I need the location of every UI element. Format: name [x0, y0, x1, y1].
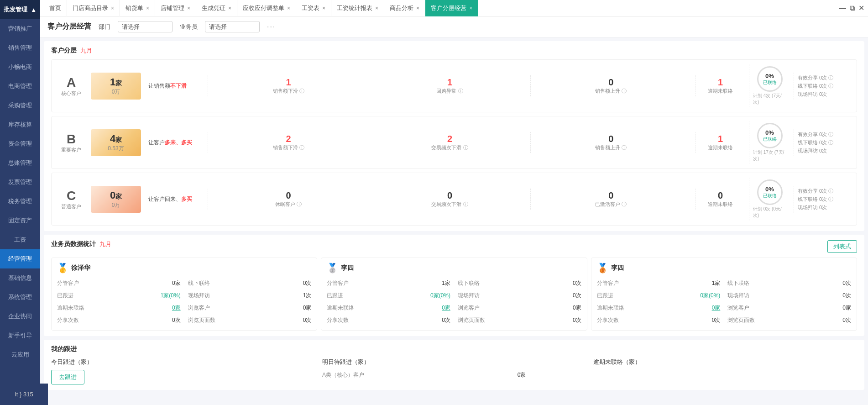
tier-b-label: B 重要客户: [55, 132, 87, 153]
sidebar-item-tax[interactable]: 税务管理: [0, 192, 40, 211]
sidebar-item-cooperation[interactable]: 企业协同: [0, 307, 40, 326]
tab-close-icon[interactable]: ×: [375, 5, 378, 11]
tier-b-contact[interactable]: 1 逾期未联络: [695, 132, 745, 153]
rep-1-stat-0: 分管客户 1家: [327, 278, 450, 289]
sales-rep-section-header: 业务员数据统计 九月 列表式: [51, 240, 857, 253]
sidebar-item-ecommerce[interactable]: 电商管理: [0, 77, 40, 96]
sidebar-item-sales[interactable]: 销售管理: [0, 38, 40, 58]
tab-sales-order[interactable]: 销货单 ×: [120, 0, 155, 16]
tab-product-analysis[interactable]: 商品分析 ×: [384, 0, 425, 16]
tier-b-stat-0[interactable]: 2 销售额下滑 ⓘ: [208, 132, 369, 153]
tab-close-icon[interactable]: ×: [416, 5, 419, 11]
rep-0-name: 徐泽华: [71, 264, 90, 272]
sidebar-item-finance[interactable]: 资金管理: [0, 134, 40, 153]
tier-c-stat-2[interactable]: 0 已激活客户 ⓘ: [530, 189, 691, 210]
tab-store-manage[interactable]: 店铺管理 ×: [155, 0, 196, 16]
tab-store-products[interactable]: 门店商品目录 ×: [67, 0, 120, 16]
tier-row-a: A 核心客户 1家 0万 让销售额不下滑 1 销售额下滑 ⓘ: [51, 59, 857, 112]
sidebar-item-invoice[interactable]: 发票管理: [0, 173, 40, 192]
tab-close-icon[interactable]: ×: [146, 5, 149, 11]
tier-b-circle[interactable]: 0% 已联络 计划 17次 (7天/次): [749, 121, 790, 164]
list-view-button[interactable]: 列表式: [827, 240, 857, 253]
followup-row: 今日跟进（家） 去跟进 明日待跟进（家） A类（核心）客户 0家: [51, 358, 857, 384]
tab-close-icon[interactable]: ×: [111, 5, 114, 11]
goto-followup-button[interactable]: 去跟进: [51, 370, 84, 384]
tier-b-stat-2[interactable]: 0 销售额上升 ⓘ: [530, 132, 691, 153]
sidebar-top[interactable]: 批发管理 ▲: [0, 0, 40, 19]
tab-close-icon[interactable]: ×: [187, 5, 190, 11]
rep-2-stat-2: 逾期未联络 0家: [597, 303, 721, 313]
followup-title: 我的跟进: [51, 345, 857, 353]
followup-tomorrow-table: A类（核心）客户 0家: [322, 370, 586, 380]
tier-a-suggestion: 让销售额不下滑: [145, 82, 204, 90]
sidebar-item-marketing[interactable]: 营销推广: [0, 19, 40, 38]
sidebar-item-cloud[interactable]: 云应用: [0, 345, 40, 364]
tier-a-stats: 1 销售额下滑 ⓘ 1 回购异常 ⓘ 0 销售额上升 ⓘ: [208, 75, 691, 96]
tab-close-active-icon[interactable]: ×: [469, 5, 472, 11]
sidebar-item-system[interactable]: 系统管理: [0, 288, 40, 307]
dept-label: 部门: [99, 23, 110, 31]
tier-a-stat-0[interactable]: 1 销售额下滑 ⓘ: [208, 75, 369, 96]
sales-select[interactable]: 请选择: [205, 21, 260, 32]
tab-voucher[interactable]: 生成凭证 ×: [196, 0, 237, 16]
rep-0-stat-3: 分享次数 0次: [57, 315, 181, 326]
rep-0-stat-right-2: 浏览客户 0家: [188, 303, 312, 313]
tab-payroll-report[interactable]: 工资统计报表 ×: [331, 0, 384, 16]
tier-row-c: C 普通客户 0家 0万 让客户回来、多买 0 休眠客户 ⓘ: [51, 173, 857, 226]
rep-0-stat-2: 逾期未联络 0家: [57, 303, 181, 313]
window-minimize-icon[interactable]: —: [839, 4, 846, 12]
tier-c-circle[interactable]: 0% 已联络 计划 0次 (0天/次): [749, 178, 790, 221]
rep-1-header: 🥈 李四: [327, 263, 581, 274]
rep-2-stats: 分管客户 1家 线下联络 0次 已跟进 0家(0%) 现场拜访: [597, 278, 851, 326]
tier-b-right-stats: 有效分享 0次 ⓘ 线下联络 0次 ⓘ 现场拜访 0次: [794, 129, 853, 156]
sidebar-item-guide[interactable]: 新手引导: [0, 326, 40, 345]
rep-1-name: 李四: [341, 264, 354, 272]
sidebar-item-ledger[interactable]: 总账管理: [0, 153, 40, 173]
sidebar-item-inventory[interactable]: 库存核算: [0, 115, 40, 134]
sidebar-item-operations[interactable]: 经营管理: [0, 249, 40, 268]
tier-c-stat-0[interactable]: 0 休眠客户 ⓘ: [208, 189, 369, 210]
tab-close-icon[interactable]: ×: [287, 5, 290, 11]
tab-home[interactable]: 首页: [44, 0, 67, 16]
sales-label: 业务员: [180, 23, 198, 31]
rep-grid: 🥇 徐泽华 分管客户 0家 线下联络 0次 已跟进: [51, 258, 857, 331]
tab-customer-tier[interactable]: 客户分层经营 ×: [425, 0, 478, 16]
rep-2-stat-right-0: 线下联络 0次: [727, 278, 851, 289]
window-close-icon[interactable]: ✕: [858, 4, 864, 12]
tier-a-main-stat[interactable]: 1家 0万: [91, 73, 141, 100]
followup-today-col: 今日跟进（家） 去跟进: [51, 358, 315, 384]
rep-2-medal-icon: 🥉: [597, 263, 608, 274]
followup-today-label: 今日跟进（家）: [51, 358, 315, 366]
tier-c-stat-1[interactable]: 0 交易频次下滑 ⓘ: [369, 189, 530, 210]
rep-1-medal-icon: 🥈: [327, 263, 338, 274]
sidebar-item-purchase[interactable]: 采购管理: [0, 96, 40, 115]
tier-c-suggestion: 让客户回来、多买: [145, 195, 204, 203]
tier-a-circle[interactable]: 0% 已联络 计划 4次 (7天/次): [749, 64, 790, 107]
rep-2-stat-right-2: 浏览客户 0家: [727, 303, 851, 313]
more-options-icon[interactable]: ···: [267, 23, 276, 31]
tier-c-contact[interactable]: 0 逾期未联络: [695, 189, 745, 210]
tier-a-right-stats: 有效分享 0次 ⓘ 线下联络 0次 ⓘ 现场拜访 0次: [794, 73, 853, 100]
sidebar-item-assets[interactable]: 固定资产: [0, 211, 40, 230]
tier-b-main-stat[interactable]: 4家 0.53万: [91, 129, 141, 156]
tier-c-main-stat[interactable]: 0家 0万: [91, 186, 141, 213]
sidebar: 批发管理 ▲ 营销推广 销售管理 小畅电商 电商管理 采购管理 库存核算 资金管…: [0, 0, 40, 405]
tab-close-icon[interactable]: ×: [228, 5, 231, 11]
sidebar-item-payroll[interactable]: 工资: [0, 230, 40, 249]
sidebar-item-basic-info[interactable]: 基础信息: [0, 268, 40, 288]
tier-a-stat-1[interactable]: 1 回购异常 ⓘ: [369, 75, 530, 96]
dept-select[interactable]: 请选择: [118, 21, 173, 32]
tab-ar-ap[interactable]: 应收应付调整单 ×: [237, 0, 296, 16]
rep-card-2: 🥉 李四 分管客户 1家 线下联络 0次 已跟进: [591, 258, 857, 331]
tier-month-badge: 九月: [80, 47, 92, 55]
window-restore-icon[interactable]: ⧉: [850, 4, 855, 12]
tab-payroll-table[interactable]: 工资表 ×: [296, 0, 331, 16]
tier-a-contact[interactable]: 1 逾期未联络: [695, 75, 745, 96]
tier-b-stat-1[interactable]: 2 交易频次下滑 ⓘ: [369, 132, 530, 153]
rep-1-stat-right-0: 线下联络 0次: [458, 278, 581, 289]
sidebar-item-ecommerce-small[interactable]: 小畅电商: [0, 58, 40, 77]
rep-1-stat-2: 逾期未联络 0家: [327, 303, 450, 313]
tab-close-icon[interactable]: ×: [322, 5, 325, 11]
tier-a-stat-2[interactable]: 0 销售额上升 ⓘ: [530, 75, 691, 96]
bottom-hint: It } 315: [0, 384, 48, 405]
